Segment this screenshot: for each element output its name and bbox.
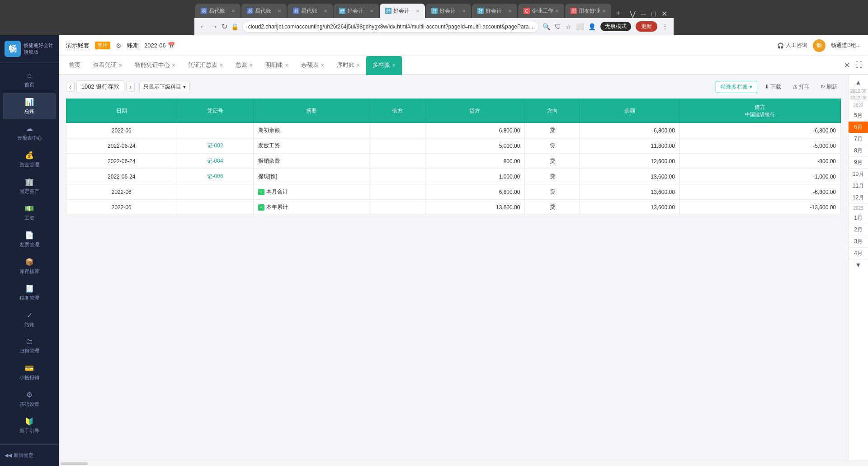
- month-2023-3[interactable]: 3月: [849, 236, 868, 248]
- wuhen-button[interactable]: 无痕模式: [600, 22, 631, 31]
- tab-close-summary[interactable]: ✕: [219, 63, 223, 68]
- cell-voucher[interactable]: [177, 184, 253, 200]
- month-8[interactable]: 8月: [849, 145, 868, 157]
- browser-tab-2[interactable]: 易 易代账 ✕: [241, 4, 287, 18]
- sidebar-item-settings[interactable]: ⚙ 基础设置: [3, 386, 56, 412]
- menu-icon[interactable]: ⋮: [662, 23, 668, 30]
- search-icon[interactable]: 🔍: [542, 23, 550, 30]
- disabled-tag[interactable]: 禁用: [95, 42, 110, 49]
- sidebar-item-vip[interactable]: V 畅会员: [3, 439, 56, 444]
- refresh-button[interactable]: ↻ 刷新: [817, 81, 841, 93]
- sidebar-item-salary[interactable]: 💵 工资: [3, 200, 56, 226]
- reload-btn[interactable]: ↻: [222, 22, 227, 31]
- next-account-btn[interactable]: ›: [126, 82, 135, 92]
- unpin-button[interactable]: ◀◀ 取消固定: [3, 449, 56, 461]
- tab-general-ledger[interactable]: 总账 ✕: [229, 56, 259, 75]
- sidebar-item-guide[interactable]: 🔰 新手引导: [3, 413, 56, 439]
- service-button[interactable]: 🎧 人工咨询: [777, 42, 807, 49]
- tab-close-6[interactable]: ✕: [462, 9, 466, 14]
- tab-close-1[interactable]: ✕: [231, 9, 235, 14]
- sidebar-item-archive[interactable]: 🗂 归档管理: [3, 333, 56, 359]
- url-bar[interactable]: cloud2.chanjet.com/accounting/uh26t264j5…: [242, 21, 539, 33]
- close-browser-btn[interactable]: ✕: [661, 9, 667, 18]
- month-2023-2[interactable]: 2月: [849, 224, 868, 236]
- tab-close-3[interactable]: ✕: [324, 9, 327, 14]
- tab-home[interactable]: 首页: [62, 56, 87, 75]
- tab-close-2[interactable]: ✕: [278, 9, 281, 14]
- sidebar-item-inventory[interactable]: 📦 库存核算: [3, 253, 56, 279]
- browser-tab-7[interactable]: 好 好会计 ✕: [472, 4, 517, 18]
- download-button[interactable]: ⬇ 下载: [761, 81, 785, 93]
- scroll-thumb[interactable]: [61, 462, 88, 465]
- sidebar-item-fixed-asset[interactable]: 🏢 固定资产: [3, 173, 56, 199]
- browser-tab-4[interactable]: 好 好会计 ✕: [334, 4, 379, 18]
- period-value[interactable]: 2022-06 📅: [144, 42, 175, 49]
- tab-close-multi[interactable]: ✕: [392, 63, 396, 68]
- tab-detail-ledger[interactable]: 明细账 ✕: [259, 56, 295, 75]
- browser-tab-9[interactable]: 用 用友好业 ✕: [565, 4, 611, 18]
- cell-voucher[interactable]: [177, 123, 253, 138]
- maximize-btn[interactable]: □: [651, 10, 656, 18]
- tab-close-4[interactable]: ✕: [370, 9, 373, 14]
- tab-close-general[interactable]: ✕: [249, 63, 253, 68]
- expand-tab-btn[interactable]: ⛶: [854, 59, 864, 71]
- prev-account-btn[interactable]: ‹: [66, 82, 75, 92]
- month-12[interactable]: 12月: [849, 192, 868, 204]
- forward-btn[interactable]: →: [211, 23, 218, 31]
- browser-tab-6[interactable]: 好 好会计 ✕: [426, 4, 471, 18]
- update-button[interactable]: 更新: [636, 21, 657, 32]
- sidebar-item-tax[interactable]: 🧾 税务管理: [3, 280, 56, 306]
- sidebar-item-close[interactable]: ✓ 结账: [3, 306, 56, 333]
- sidebar-item-home[interactable]: ⌂ 首页: [3, 67, 56, 93]
- browser-tab-3[interactable]: 易 易代账 ✕: [288, 4, 333, 18]
- tab-list-btn[interactable]: ⋁: [630, 9, 636, 18]
- new-tab-button[interactable]: +: [612, 9, 624, 18]
- browser-tab-1[interactable]: 易 易代账 ✕: [195, 4, 241, 18]
- tab-close-5[interactable]: ✕: [416, 9, 420, 14]
- tab-voucher-summary[interactable]: 凭证汇总表 ✕: [182, 56, 229, 75]
- extensions-icon[interactable]: ⬜: [576, 23, 584, 30]
- cell-voucher[interactable]: 记-002: [177, 138, 253, 154]
- cell-voucher[interactable]: 记-004: [177, 154, 253, 169]
- month-2023-4[interactable]: 4月: [849, 248, 868, 259]
- browser-tab-5[interactable]: 好 好会计 ✕: [380, 4, 425, 18]
- filter-dropdown[interactable]: 只显示下级科目 ▾: [139, 81, 190, 93]
- cell-voucher[interactable]: [177, 200, 253, 215]
- shield-icon[interactable]: 🛡: [555, 23, 561, 30]
- month-2023-1[interactable]: 1月: [849, 212, 868, 224]
- tab-close-8[interactable]: ✕: [555, 9, 559, 14]
- profile-icon[interactable]: 👤: [588, 23, 596, 30]
- month-6[interactable]: 6月: [849, 122, 868, 133]
- scroll-up-btn[interactable]: ▲: [854, 77, 863, 88]
- browser-tab-8[interactable]: C 企业工作 ✕: [518, 4, 564, 18]
- sidebar-item-ledger[interactable]: 📊 总账: [3, 93, 56, 119]
- sidebar-item-invoice[interactable]: 📄 发票管理: [3, 226, 56, 253]
- sidebar-item-expense[interactable]: 💳 小畅报销: [3, 359, 56, 386]
- back-btn[interactable]: ←: [200, 23, 207, 31]
- cell-voucher[interactable]: 记-006: [177, 169, 253, 184]
- sidebar-item-fund[interactable]: 💰 资金管理: [3, 146, 56, 173]
- tab-multi-col[interactable]: 多栏账 ✕: [366, 56, 402, 75]
- tab-sequence[interactable]: 序时账 ✕: [330, 56, 366, 75]
- month-9[interactable]: 9月: [849, 157, 868, 169]
- tab-close-voucher[interactable]: ✕: [118, 63, 122, 68]
- tab-voucher[interactable]: 查看凭证 ✕: [87, 56, 128, 75]
- month-7[interactable]: 7月: [849, 133, 868, 145]
- tab-close-balance[interactable]: ✕: [321, 63, 324, 68]
- star-icon[interactable]: ☆: [566, 23, 571, 30]
- tab-close-9[interactable]: ✕: [602, 9, 606, 14]
- multi-col-button[interactable]: 特殊多栏账 ▾: [716, 81, 757, 93]
- print-button[interactable]: 🖨 打印: [788, 81, 813, 93]
- month-5[interactable]: 5月: [849, 110, 868, 122]
- minimize-btn[interactable]: ─: [641, 10, 646, 18]
- scroll-down-btn[interactable]: ▼: [854, 259, 863, 270]
- tab-close-smart[interactable]: ✕: [172, 63, 175, 68]
- settings-toolbar-icon[interactable]: ⚙: [116, 42, 122, 49]
- month-10[interactable]: 10月: [849, 169, 868, 180]
- tab-close-detail[interactable]: ✕: [285, 63, 288, 68]
- tab-smart-voucher[interactable]: 智能凭证中心 ✕: [128, 56, 182, 75]
- tab-balance[interactable]: 余额表 ✕: [295, 56, 330, 75]
- horizontal-scrollbar[interactable]: [59, 461, 868, 466]
- tab-close-7[interactable]: ✕: [508, 9, 512, 14]
- tab-close-sequence[interactable]: ✕: [356, 63, 360, 68]
